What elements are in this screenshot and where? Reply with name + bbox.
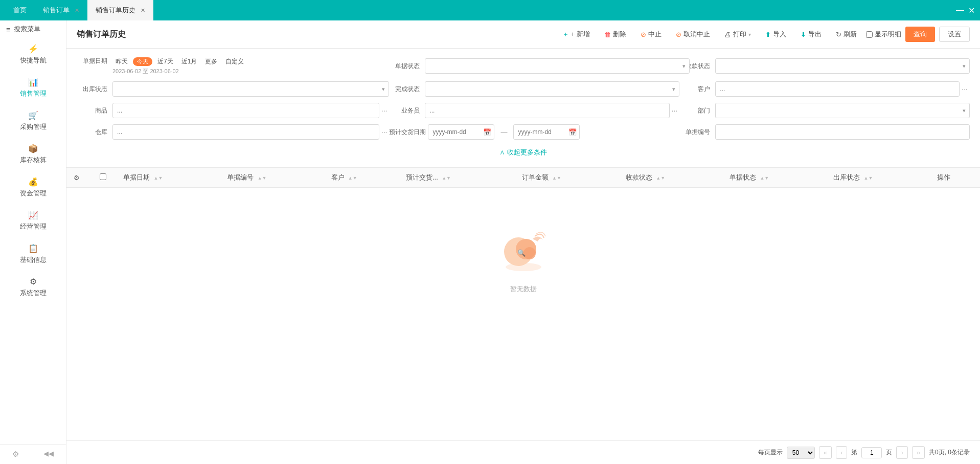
- base-info-icon: 📋: [28, 244, 38, 253]
- purchase-mgmt-icon: 🛒: [28, 111, 38, 120]
- page-title: 销售订单历史: [77, 29, 126, 40]
- next-page-button[interactable]: ›: [896, 446, 907, 459]
- date-option-today[interactable]: 今天: [133, 57, 152, 66]
- sidebar-item-quick-nav[interactable]: ⚡ 快捷导航: [0, 38, 66, 71]
- customer-col-header[interactable]: 客户 ▲▼: [327, 168, 402, 188]
- order-status-col-header[interactable]: 单据状态 ▲▼: [725, 168, 829, 188]
- refresh-button[interactable]: ↻ 刷新: [831, 27, 862, 41]
- select-all-checkbox[interactable]: [100, 173, 106, 180]
- product-ellipsis[interactable]: ···: [379, 106, 390, 115]
- print-button[interactable]: 🖨 打印 ▾: [719, 27, 756, 41]
- out-status-col-header[interactable]: 出库状态 ▲▼: [829, 168, 933, 188]
- per-page-label: 每页显示: [758, 448, 783, 457]
- date-option-custom[interactable]: 自定义: [222, 57, 247, 67]
- pagination: 每页显示 50 10 20 100 « ‹ 第 页 › » 共0页, 0条记录: [66, 440, 980, 464]
- status-select[interactable]: [425, 58, 690, 74]
- sidebar-bottom: ⚙ ◀◀: [0, 444, 66, 464]
- search-menu-icon: ≡: [6, 25, 11, 34]
- sales-rep-input[interactable]: [425, 103, 669, 118]
- orderno-col-label: 单据编号: [227, 173, 254, 181]
- complete-label: 完成状态: [389, 85, 425, 94]
- tab-history-close[interactable]: ✕: [141, 7, 145, 14]
- show-details-checkbox-label[interactable]: 显示明细: [866, 30, 901, 39]
- collapse-row[interactable]: ∧ 收起更多条件: [77, 146, 970, 159]
- page-unit-label: 页: [886, 448, 892, 457]
- empty-state-row: 🔍 暂无数据: [66, 188, 980, 335]
- refresh-icon: ↻: [836, 31, 841, 38]
- outbound-label: 出库状态: [77, 85, 112, 94]
- tab-home[interactable]: 首页: [5, 0, 35, 20]
- sidebar-item-sales-mgmt[interactable]: 📊 销售管理: [0, 71, 66, 104]
- window-minimize-icon[interactable]: —: [956, 6, 964, 15]
- customer-input[interactable]: [715, 81, 960, 97]
- checkbox-col-header[interactable]: [87, 168, 119, 188]
- sidebar-item-finance[interactable]: 💰 资金管理: [0, 171, 66, 204]
- export-button[interactable]: ⬇ 导出: [795, 27, 827, 41]
- date-option-1month[interactable]: 近1月: [178, 57, 200, 67]
- stop-button[interactable]: ⊘ 中止: [635, 27, 667, 41]
- delivery-col-header[interactable]: 预计交货... ▲▼: [402, 168, 518, 188]
- sidebar-settings-icon[interactable]: ⚙: [12, 450, 19, 459]
- page-input[interactable]: [861, 447, 882, 458]
- sidebar-item-system-mgmt[interactable]: ⚙ 系统管理: [0, 271, 66, 304]
- outbound-select[interactable]: [112, 81, 389, 97]
- search-menu[interactable]: ≡ 搜索菜单: [0, 20, 66, 38]
- settings-button[interactable]: 设置: [939, 27, 970, 42]
- sidebar-item-base-info[interactable]: 📋 基础信息: [0, 237, 66, 271]
- import-button[interactable]: ⬆ 导入: [760, 27, 791, 41]
- pay-status-col-header[interactable]: 收款状态 ▲▼: [622, 168, 725, 188]
- cancel-stop-label: 取消中止: [683, 30, 710, 39]
- warehouse-ellipsis[interactable]: ···: [379, 128, 390, 136]
- query-button[interactable]: 查询: [905, 27, 935, 42]
- tab-sales-order[interactable]: 销售订单 ✕: [35, 0, 87, 20]
- complete-select[interactable]: [425, 81, 679, 97]
- table-settings-icon[interactable]: ⚙: [74, 174, 80, 182]
- sidebar-item-finance-label: 资金管理: [20, 189, 47, 198]
- pay-status-select[interactable]: [715, 58, 970, 74]
- pay-status-select-wrap: [715, 58, 970, 74]
- new-button[interactable]: ＋ + 新增: [557, 27, 595, 41]
- delivery-date-to-wrap: 📅: [513, 124, 580, 140]
- search-menu-label: 搜索菜单: [14, 25, 40, 34]
- prev-page-button[interactable]: ‹: [836, 446, 847, 459]
- sales-rep-ellipsis[interactable]: ···: [670, 106, 680, 115]
- import-icon: ⬆: [765, 31, 771, 38]
- tab-sales-order-history[interactable]: 销售订单历史 ✕: [87, 0, 153, 20]
- orderno-col-header[interactable]: 单据编号 ▲▼: [223, 168, 327, 188]
- sidebar-collapse-icon[interactable]: ◀◀: [43, 450, 54, 459]
- delivery-date-from-wrap: 📅: [428, 124, 494, 140]
- delete-button[interactable]: 🗑 删除: [599, 27, 631, 41]
- delivery-col-label: 预计交货...: [406, 173, 438, 181]
- date-option-yesterday[interactable]: 昨天: [112, 57, 131, 67]
- operation-col-label: 操作: [937, 173, 950, 181]
- top-bar: 首页 销售订单 ✕ 销售订单历史 ✕ — ✕: [0, 0, 980, 20]
- sidebar-item-operations-label: 经营管理: [20, 222, 47, 231]
- last-page-button[interactable]: »: [912, 446, 925, 459]
- new-label: + 新增: [571, 30, 590, 39]
- settings-col-header[interactable]: ⚙: [66, 168, 87, 188]
- inventory-icon: 📦: [28, 144, 38, 153]
- warehouse-input[interactable]: [112, 124, 379, 140]
- export-label: 导出: [808, 30, 822, 39]
- first-page-button[interactable]: «: [819, 446, 832, 459]
- dept-select[interactable]: [715, 103, 970, 118]
- window-close-icon[interactable]: ✕: [968, 6, 975, 15]
- tab-sales-order-close[interactable]: ✕: [75, 7, 79, 14]
- date-col-header[interactable]: 单据日期 ▲▼: [119, 168, 223, 188]
- toolbar: ＋ + 新增 🗑 删除 ⊘ 中止 ⊘ 取消中止 🖨 打印: [557, 27, 970, 42]
- tab-sales-order-label: 销售订单: [43, 6, 70, 15]
- sidebar-item-operations[interactable]: 📈 经营管理: [0, 204, 66, 237]
- cancel-stop-button[interactable]: ⊘ 取消中止: [671, 27, 715, 41]
- per-page-select[interactable]: 50 10 20 100: [787, 447, 815, 459]
- date-option-more[interactable]: 更多: [202, 57, 220, 67]
- show-details-checkbox[interactable]: [866, 31, 873, 38]
- date-option-7days[interactable]: 近7天: [154, 57, 176, 67]
- sidebar-item-inventory[interactable]: 📦 库存核算: [0, 138, 66, 171]
- customer-ellipsis[interactable]: ···: [960, 85, 970, 93]
- product-input[interactable]: [112, 103, 379, 118]
- sidebar-item-purchase-mgmt[interactable]: 🛒 采购管理: [0, 104, 66, 138]
- amount-col-header[interactable]: 订单金额 ▲▼: [518, 168, 622, 188]
- sidebar-item-inventory-label: 库存核算: [20, 156, 47, 165]
- order-no-input[interactable]: [715, 124, 970, 140]
- next-page-icon: ›: [901, 449, 903, 456]
